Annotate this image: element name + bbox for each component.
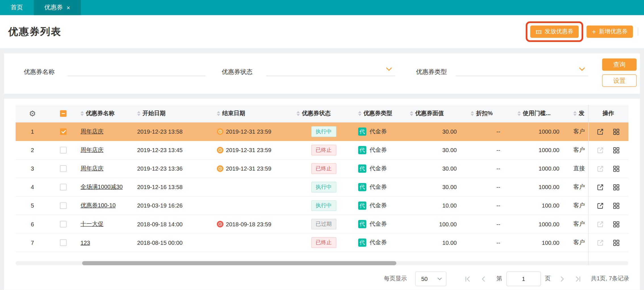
row-checkbox[interactable]	[60, 184, 66, 190]
coupon-value: 10.00	[407, 234, 467, 252]
table-row[interactable]: 1 周年店庆 2019-12-23 13:58 2019-12-31 23:59…	[16, 123, 628, 141]
detail-grid-icon[interactable]	[613, 165, 620, 172]
horizontal-scrollbar[interactable]	[16, 261, 628, 265]
sort-icon[interactable]	[296, 111, 300, 116]
coupon-type-label: 代金券	[370, 183, 387, 191]
title-actions: 发放优惠券 + 新增优惠券	[526, 21, 638, 42]
issue-coupon-button[interactable]: 发放优惠券	[530, 26, 579, 38]
issue-method: 客户	[573, 202, 585, 209]
discount-value: --	[467, 178, 514, 196]
column-header-start-date[interactable]: 开始日期	[134, 105, 214, 122]
table-row[interactable]: 2 周年店庆 2019-12-23 13:45 2019-12-31 23:59…	[16, 141, 628, 160]
first-page-button[interactable]	[464, 276, 471, 282]
table-row[interactable]: 5 优惠券100-10 2019-03-19 16:26 执行中 代 代金券 1…	[16, 196, 628, 215]
sort-icon[interactable]	[518, 111, 521, 116]
select-all-checkbox[interactable]	[60, 110, 66, 117]
last-page-button[interactable]	[575, 276, 581, 282]
column-header-coupon-name[interactable]: 优惠券名称	[77, 105, 134, 122]
tab-coupon-label: 优惠券	[44, 4, 63, 11]
filter-status-label: 优惠券状态	[222, 68, 252, 76]
issue-coupon-icon[interactable]	[597, 165, 604, 172]
issue-coupon-icon[interactable]	[597, 147, 604, 154]
coupon-name-link[interactable]: 123	[81, 239, 90, 246]
table-body: 1 周年店庆 2019-12-23 13:58 2019-12-31 23:59…	[16, 123, 628, 252]
issue-coupon-icon[interactable]	[597, 128, 604, 135]
issue-coupon-icon[interactable]	[597, 221, 604, 228]
coupon-value: 100.00	[407, 215, 467, 233]
next-page-button[interactable]	[559, 276, 565, 282]
coupon-table: ⚙ 优惠券名称 开始日期 结束日期	[16, 105, 628, 252]
detail-grid-icon[interactable]	[613, 221, 620, 228]
tab-coupon[interactable]: 优惠券 ×	[34, 0, 81, 15]
column-header-discount[interactable]: 折扣%	[467, 105, 514, 122]
detail-grid-icon[interactable]	[613, 239, 620, 246]
column-header-issue-method[interactable]: 发	[570, 105, 588, 122]
sort-icon[interactable]	[573, 111, 577, 116]
row-checkbox[interactable]	[60, 128, 66, 135]
coupon-name-link[interactable]: 十一大促	[81, 220, 104, 228]
sort-icon[interactable]	[81, 111, 84, 116]
per-page-select[interactable]: 50	[415, 272, 446, 286]
page-prefix-label: 第	[496, 275, 502, 283]
gear-icon[interactable]: ⚙	[29, 109, 36, 117]
column-header-select-all	[49, 105, 77, 122]
vertical-divider	[638, 28, 638, 36]
per-page-label: 每页显示	[384, 275, 407, 283]
row-index: 2	[31, 147, 34, 153]
coupon-name-link[interactable]: 周年店庆	[81, 146, 104, 154]
table-row[interactable]: 6 十一大促 2018-09-18 14:00 2018-09-18 23:59…	[16, 215, 628, 233]
row-checkbox[interactable]	[60, 202, 66, 209]
detail-grid-icon[interactable]	[613, 202, 620, 209]
prev-page-button[interactable]	[480, 276, 487, 282]
sort-icon[interactable]	[471, 111, 474, 116]
sort-icon[interactable]	[137, 111, 141, 116]
end-date-text: 2019-12-31 23:59	[226, 128, 271, 135]
coupon-name-link[interactable]: 周年店庆	[81, 128, 104, 135]
page-suffix-label: 页	[545, 275, 551, 283]
coupon-type-label: 代金券	[370, 128, 387, 135]
close-icon[interactable]: ×	[66, 4, 70, 11]
tab-home-label: 首页	[11, 4, 23, 11]
row-checkbox[interactable]	[60, 221, 66, 227]
settings-button[interactable]: 设置	[602, 74, 636, 87]
issue-method: 客户	[573, 183, 585, 191]
detail-grid-icon[interactable]	[613, 147, 620, 154]
sort-icon[interactable]	[217, 111, 220, 116]
add-coupon-button[interactable]: + 新增优惠券	[587, 26, 633, 38]
coupon-name-link[interactable]: 全场满1000减30	[81, 183, 123, 191]
coupon-name-link[interactable]: 优惠券100-10	[81, 202, 116, 209]
record-summary: 共1页, 7条记录	[591, 275, 629, 283]
row-checkbox[interactable]	[60, 165, 66, 172]
sort-icon[interactable]	[410, 111, 413, 116]
detail-grid-icon[interactable]	[613, 128, 620, 135]
table-row[interactable]: 4 全场满1000减30 2019-12-16 13:58 执行中 代 代金券 …	[16, 178, 628, 196]
column-header-actions: 操作	[588, 105, 628, 122]
coupon-type-select[interactable]	[456, 62, 588, 76]
search-button[interactable]: 查询	[602, 58, 636, 71]
row-checkbox[interactable]	[60, 147, 66, 153]
issue-coupon-icon[interactable]	[597, 184, 604, 191]
discount-value: --	[467, 196, 514, 215]
column-header-end-date[interactable]: 结束日期	[214, 105, 293, 122]
coupon-name-input[interactable]	[68, 62, 206, 76]
issue-coupon-icon[interactable]	[597, 202, 604, 209]
sort-icon[interactable]	[358, 111, 361, 116]
table-row[interactable]: 7 123 2018-08-15 00:00 已终止 代 代金券 10.00 -…	[16, 234, 628, 252]
column-header-type[interactable]: 优惠券类型	[354, 105, 407, 122]
issue-coupon-icon[interactable]	[597, 239, 604, 246]
column-header-status[interactable]: 优惠券状态	[293, 105, 354, 122]
row-checkbox[interactable]	[60, 239, 66, 246]
coupon-name-link[interactable]: 周年店庆	[81, 165, 104, 172]
add-coupon-label: 新增优惠券	[599, 28, 628, 35]
detail-grid-icon[interactable]	[613, 184, 620, 191]
column-header-threshold[interactable]: 使用门槛...	[514, 105, 570, 122]
scrollbar-thumb[interactable]	[82, 261, 396, 265]
tab-home[interactable]: 首页	[0, 0, 34, 15]
table-card: ⚙ 优惠券名称 开始日期 结束日期	[4, 99, 640, 290]
column-header-value[interactable]: 优惠券面值	[407, 105, 467, 122]
table-row[interactable]: 3 周年店庆 2019-12-23 13:36 2019-12-31 23:59…	[16, 160, 628, 178]
page-number-input[interactable]	[506, 272, 541, 286]
coupon-status-select[interactable]	[266, 62, 395, 76]
discount-value: --	[467, 234, 514, 252]
coupon-type-icon: 代	[358, 165, 366, 173]
